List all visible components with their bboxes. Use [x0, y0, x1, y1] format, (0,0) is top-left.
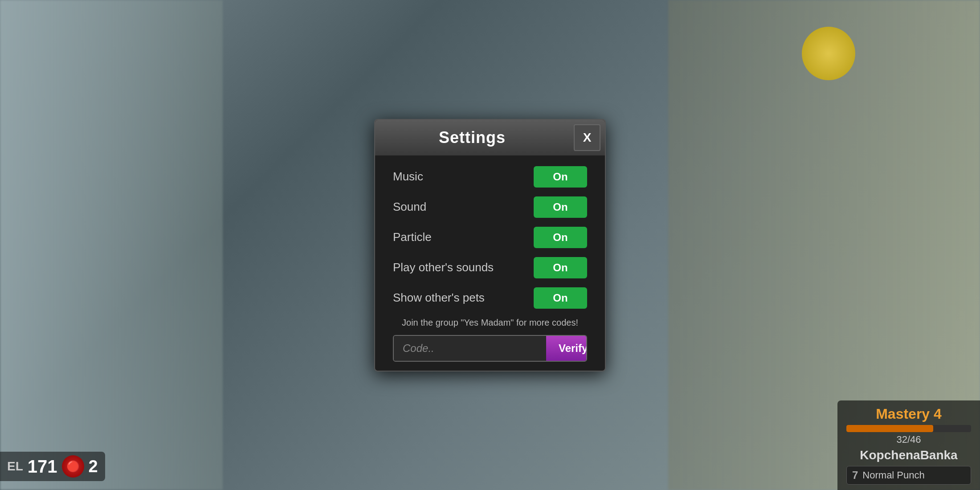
setting-row-music: Music On — [393, 166, 587, 188]
setting-row-particle: Particle On — [393, 227, 587, 248]
play-others-sounds-label: Play other's sounds — [393, 261, 494, 274]
modal-overlay: Settings X Music On Sound On Particle On — [0, 0, 980, 490]
play-others-sounds-toggle[interactable]: On — [534, 257, 587, 278]
show-others-pets-toggle[interactable]: On — [534, 287, 587, 309]
sound-label: Sound — [393, 200, 426, 214]
close-button[interactable]: X — [574, 124, 600, 151]
setting-row-sound: Sound On — [393, 196, 587, 218]
group-text: Join the group "Yes Madam" for more code… — [393, 318, 587, 328]
settings-modal: Settings X Music On Sound On Particle On — [374, 119, 606, 372]
music-label: Music — [393, 170, 423, 184]
code-input[interactable] — [394, 336, 546, 361]
particle-label: Particle — [393, 230, 432, 244]
modal-header: Settings X — [375, 120, 605, 155]
verify-button[interactable]: Verify — [546, 336, 587, 361]
setting-row-play-others-sounds: Play other's sounds On — [393, 257, 587, 278]
music-toggle[interactable]: On — [534, 166, 587, 188]
sound-toggle[interactable]: On — [534, 196, 587, 218]
particle-toggle[interactable]: On — [534, 227, 587, 248]
setting-row-show-others-pets: Show other's pets On — [393, 287, 587, 309]
show-others-pets-label: Show other's pets — [393, 291, 485, 305]
modal-body: Music On Sound On Particle On Play other… — [375, 155, 605, 371]
code-row: Verify — [393, 335, 587, 362]
modal-title-wrap: Settings — [375, 120, 569, 155]
modal-title: Settings — [439, 128, 506, 147]
